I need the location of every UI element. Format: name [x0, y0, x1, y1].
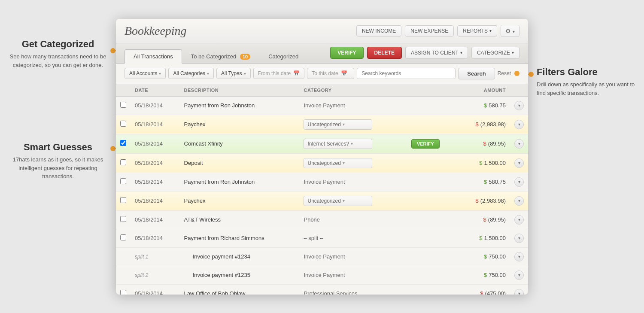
row-expand-button[interactable]: ▾ [514, 234, 524, 243]
amount-value: (89.95) [488, 216, 506, 223]
row-expand-button[interactable]: ▾ [514, 252, 524, 261]
amount-value: 750.00 [489, 253, 506, 260]
row-amount: $1,500.00 [458, 229, 510, 247]
reports-button[interactable]: REPORTS ▾ [457, 25, 497, 36]
category-dropdown[interactable]: Uncategorized ▾ [304, 196, 372, 206]
from-date-placeholder: From this date [258, 70, 291, 76]
settings-gear-button[interactable]: ⚙ ▾ [501, 25, 519, 37]
row-date: 05/18/2014 [131, 134, 180, 153]
row-action-cell: ▾ [510, 191, 528, 210]
row-amount: $580.75 [458, 96, 510, 115]
row-checkbox[interactable] [120, 197, 126, 203]
annotation-left2-title: Smart Guesses [9, 142, 107, 153]
dollar-sign: $ [483, 140, 486, 147]
new-income-button[interactable]: NEW INCOME [356, 25, 401, 36]
amount-value: 750.00 [489, 272, 506, 278]
row-category[interactable]: Uncategorized ▾ [299, 191, 403, 210]
types-filter[interactable]: All Types ▾ [216, 68, 250, 79]
keywords-search-input[interactable] [357, 68, 456, 79]
top-bar: Bookkeeping NEW INCOME NEW EXPENSE REPOR… [116, 19, 528, 43]
table-row: 05/18/2014Payment from Ron JohnstonInvoi… [116, 173, 528, 191]
annotation-get-categorized: Get Categorized See how many transaction… [9, 39, 107, 69]
row-category: Professional Services [299, 284, 403, 295]
row-expand-button[interactable]: ▾ [514, 215, 524, 225]
search-button[interactable]: Search [458, 68, 495, 79]
category-dropdown-value: Uncategorized [307, 160, 340, 166]
assign-client-button[interactable]: ASSIGN TO CLIENT ▾ [405, 47, 468, 59]
row-expand-button[interactable]: ▾ [514, 120, 524, 129]
row-checkbox[interactable] [120, 290, 126, 295]
row-category: Invoice Payment [299, 247, 403, 266]
annotation-left1-title: Get Categorized [9, 39, 107, 50]
row-checkbox[interactable] [120, 121, 126, 127]
reset-button[interactable]: Reset [498, 70, 511, 76]
row-checkbox[interactable] [120, 140, 126, 146]
dollar-sign: $ [483, 216, 486, 223]
delete-button[interactable]: DELETE [367, 47, 402, 59]
assign-client-label: ASSIGN TO CLIENT [411, 50, 459, 56]
categorize-button[interactable]: CATEGORIZE ▾ [471, 47, 519, 59]
table-row: 05/18/2014Deposit Uncategorized ▾ $1,500… [116, 153, 528, 173]
verify-button[interactable]: VERIFY [330, 47, 363, 59]
categories-filter[interactable]: All Categories ▾ [168, 68, 214, 79]
row-amount: $1,500.00 [458, 153, 510, 173]
annotation-right1-body: Drill down as specifically as you want t… [537, 80, 635, 97]
row-category: – split – [299, 229, 403, 247]
category-dropdown[interactable]: Uncategorized ▾ [304, 119, 372, 130]
tab-all-transactions[interactable]: All Transactions [125, 49, 182, 64]
header-empty [404, 84, 458, 97]
tab-categorized[interactable]: Categorized [259, 49, 307, 64]
row-amount: $(475.00) [458, 284, 510, 295]
row-date: 05/18/2014 [131, 96, 180, 115]
row-expand-button[interactable]: ▾ [514, 139, 524, 149]
row-action-cell: ▾ [510, 96, 528, 115]
table-row: 05/18/2014Paychex Uncategorized ▾ $(2,98… [116, 115, 528, 134]
row-category[interactable]: Internet Services? ▾ [299, 134, 403, 153]
tab-to-be-categorized[interactable]: To be Categorized 10 [182, 49, 259, 64]
amount-value: (89.95) [488, 140, 506, 147]
tab-action-bar: All Transactions To be Categorized 10 Ca… [116, 43, 528, 64]
table-row: 05/18/2014Payment from Ron JohnstonInvoi… [116, 96, 528, 115]
from-date-filter[interactable]: From this date 📅 [253, 68, 305, 79]
dollar-sign: $ [476, 198, 479, 204]
accounts-filter[interactable]: All Accounts ▾ [125, 68, 166, 79]
header-description: DESCRIPTION [180, 84, 300, 97]
row-category[interactable]: Uncategorized ▾ [299, 153, 403, 173]
row-checkbox[interactable] [120, 159, 126, 165]
category-dropdown-value: Internet Services? [307, 141, 349, 147]
amount-value: 1,500.00 [484, 235, 506, 241]
gear-caret-icon: ▾ [513, 29, 515, 34]
to-date-placeholder: To this date [312, 70, 338, 76]
row-checkbox[interactable] [120, 216, 126, 222]
row-checkbox[interactable] [120, 178, 126, 184]
row-verify-cell [404, 247, 458, 266]
row-amount: $580.75 [458, 173, 510, 191]
row-date: 05/18/2014 [131, 229, 180, 247]
row-verify-button[interactable]: VERIFY [411, 139, 440, 149]
category-dropdown[interactable]: Uncategorized ▾ [304, 158, 372, 168]
row-expand-button[interactable]: ▾ [514, 270, 524, 280]
to-date-filter[interactable]: To this date 📅 [307, 68, 354, 79]
table-row: split 1Invoice payment #1234Invoice Paym… [116, 247, 528, 266]
row-checkbox[interactable] [120, 102, 126, 108]
row-action-cell: ▾ [510, 247, 528, 266]
row-amount: $(2,983.98) [458, 191, 510, 210]
row-expand-button[interactable]: ▾ [514, 196, 524, 206]
row-expand-button[interactable]: ▾ [514, 289, 524, 295]
row-expand-button[interactable]: ▾ [514, 101, 524, 110]
amount-value: 1,500.00 [484, 160, 506, 166]
header-category: CATEGORY [299, 84, 403, 97]
page-wrapper: Get Categorized See how many transaction… [0, 0, 644, 313]
new-expense-button[interactable]: NEW EXPENSE [405, 25, 454, 36]
table-row: 05/18/2014Paychex Uncategorized ▾ $(2,98… [116, 191, 528, 210]
row-expand-button[interactable]: ▾ [514, 158, 524, 168]
category-dropdown[interactable]: Internet Services? ▾ [304, 139, 372, 149]
row-description: AT&T Wireless [180, 210, 300, 229]
row-category[interactable]: Uncategorized ▾ [299, 115, 403, 134]
reset-wrapper: Reset [498, 70, 519, 76]
row-expand-button[interactable]: ▾ [514, 177, 524, 187]
row-checkbox[interactable] [120, 234, 126, 240]
calendar-icon: 📅 [293, 70, 300, 76]
category-dropdown-value: Uncategorized [307, 198, 340, 204]
row-verify-cell: VERIFY [404, 134, 458, 153]
